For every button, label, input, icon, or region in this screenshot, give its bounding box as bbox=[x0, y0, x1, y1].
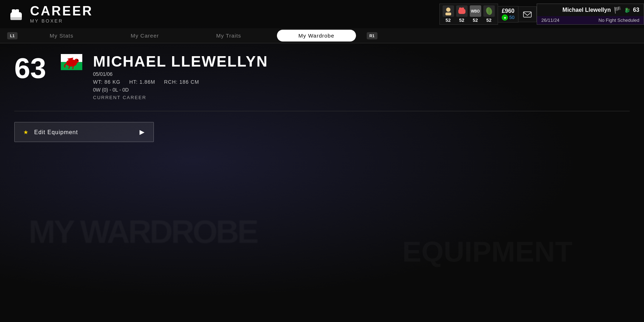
hud-icon-glove bbox=[456, 5, 468, 17]
career-title: CAREER bbox=[30, 5, 93, 18]
hud-stat-val-4: 52 bbox=[486, 18, 491, 23]
main-content: 63 bbox=[0, 43, 644, 153]
svg-point-4 bbox=[446, 8, 450, 12]
svg-rect-1 bbox=[12, 9, 15, 14]
boxer-profile: 63 bbox=[14, 54, 630, 111]
career-title-block: CAREER MY BOXER bbox=[30, 5, 93, 24]
tab-my-stats[interactable]: My Stats bbox=[21, 28, 102, 43]
fighter-hud: Michael Llewellyn 🏴 🐉 63 26/11/24 No Fig… bbox=[537, 4, 644, 25]
fighter-rating-hud: 63 bbox=[633, 7, 639, 13]
hud-stat-val-1: 52 bbox=[445, 18, 450, 23]
r1-button[interactable]: R1 bbox=[367, 32, 377, 39]
hud-star-section: ★ 50 bbox=[502, 14, 514, 21]
edit-equipment-button[interactable]: ★ Edit Equipment ▶ bbox=[14, 122, 154, 142]
tab-my-traits[interactable]: My Traits bbox=[187, 28, 270, 43]
bg-blur-text-2: EQUIPMENT bbox=[402, 235, 572, 268]
svg-rect-8 bbox=[462, 8, 464, 10]
boxer-weight: WT: 86 KG bbox=[93, 79, 121, 85]
fight-date: 26/11/24 bbox=[541, 18, 560, 23]
header-left: CAREER MY BOXER bbox=[7, 5, 93, 24]
header: CAREER MY BOXER 52 bbox=[0, 0, 644, 28]
svg-rect-5 bbox=[445, 13, 451, 15]
hud-section: 52 52 WBO 52 bbox=[439, 4, 644, 25]
boxer-rating-big: 63 bbox=[14, 54, 50, 83]
hud-stat-2: 52 bbox=[456, 5, 468, 23]
fighter-name-hud: Michael Llewellyn bbox=[562, 7, 611, 13]
svg-point-17 bbox=[74, 59, 79, 63]
boxer-reach: RCH: 186 CM bbox=[164, 79, 199, 85]
my-boxer-subtitle: MY BOXER bbox=[30, 18, 93, 24]
hud-icons-group: 52 52 WBO 52 bbox=[439, 4, 498, 25]
svg-rect-2 bbox=[15, 9, 19, 14]
boxer-stats-line: WT: 86 KG HT: 1.86M RCH: 186 CM bbox=[93, 79, 268, 85]
hud-stat-val-3: 52 bbox=[473, 18, 478, 23]
boxer-dob: 05/01/06 bbox=[93, 71, 268, 77]
edit-equipment-text: Edit Equipment bbox=[34, 129, 78, 135]
boxer-info-block: MICHAEL LLEWELLYN 05/01/06 WT: 86 KG HT:… bbox=[93, 54, 268, 100]
svg-rect-13 bbox=[523, 12, 531, 17]
hud-money-value: £960 bbox=[502, 8, 514, 14]
hud-icon-wbo: WBO bbox=[470, 5, 481, 17]
edit-equipment-label: ★ Edit Equipment bbox=[23, 129, 78, 136]
tab-my-career[interactable]: My Career bbox=[102, 28, 187, 43]
hud-stat-4: 52 bbox=[483, 5, 495, 23]
nav-tabs: L1 My Stats My Career My Traits My Wardr… bbox=[0, 28, 644, 43]
arrow-icon: ▶ bbox=[140, 128, 145, 136]
bg-blur-text-1: MY WARDROBE bbox=[29, 214, 257, 250]
tab-my-wardrobe[interactable]: My Wardrobe bbox=[277, 30, 356, 42]
svg-text:★: ★ bbox=[503, 16, 506, 20]
welsh-flag bbox=[61, 54, 82, 70]
fighter-flag-symbol: 🐉 bbox=[624, 8, 630, 13]
fighter-flag-hud: 🏴 bbox=[614, 6, 621, 14]
no-fight-scheduled: No Fight Scheduled bbox=[599, 18, 639, 23]
boxer-name-big: MICHAEL LLEWELLYN bbox=[93, 54, 268, 69]
hud-icon-boxer bbox=[443, 5, 454, 17]
fighter-hud-bottom: 26/11/24 No Fight Scheduled bbox=[537, 16, 644, 24]
hud-icon-health bbox=[483, 5, 495, 17]
hud-star-value: 50 bbox=[509, 15, 514, 20]
hud-stat-1: 52 bbox=[443, 5, 454, 23]
star-icon: ★ bbox=[502, 14, 508, 21]
svg-rect-3 bbox=[10, 17, 22, 20]
svg-rect-7 bbox=[459, 8, 462, 10]
hud-money-section: £960 ★ 50 bbox=[498, 6, 518, 23]
logo-icon bbox=[7, 5, 25, 23]
boxer-career-label: CURRENT CAREER bbox=[93, 95, 268, 100]
l1-button[interactable]: L1 bbox=[7, 32, 18, 39]
boxer-height: HT: 1.86M bbox=[129, 79, 155, 85]
star-icon-btn: ★ bbox=[23, 129, 29, 135]
mail-button[interactable] bbox=[518, 6, 537, 22]
svg-point-19 bbox=[77, 60, 78, 61]
hud-stat-3: WBO 52 bbox=[470, 5, 481, 23]
hud-stat-val-2: 52 bbox=[459, 18, 464, 23]
fighter-hud-top: Michael Llewellyn 🏴 🐉 63 bbox=[537, 4, 644, 16]
boxer-record: 0W (0) - 0L - 0D bbox=[93, 87, 268, 93]
